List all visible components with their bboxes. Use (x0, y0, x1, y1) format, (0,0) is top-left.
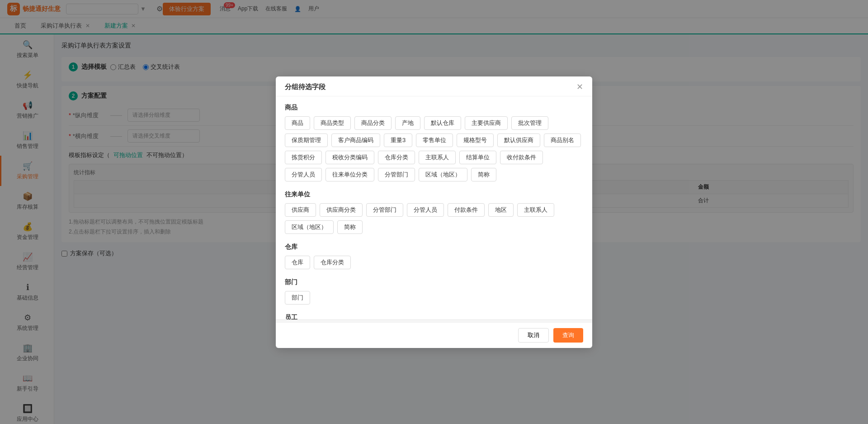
field-tag[interactable]: 往来单位分类 (326, 168, 374, 181)
field-tag[interactable]: 主联系人 (419, 151, 456, 164)
field-tag[interactable]: 默认供应商 (497, 133, 540, 147)
field-tag[interactable]: 规格型号 (457, 133, 494, 147)
modal-cancel-button[interactable]: 取消 (518, 328, 549, 343)
modal-footer: 取消 查询 (276, 322, 592, 348)
field-tag[interactable]: 仓库分类 (314, 256, 351, 269)
field-group-partner: 往来单位 供应商 供应商分类 分管部门 分管人员 付款条件 地区 主联系人 区域… (285, 191, 583, 234)
field-tag[interactable]: 商品 (285, 116, 310, 130)
field-tag[interactable]: 仓库分类 (378, 151, 415, 164)
field-tag[interactable]: 拣货积分 (285, 151, 322, 164)
field-tag[interactable]: 付款条件 (448, 203, 485, 217)
field-tag[interactable]: 结算单位 (459, 151, 496, 164)
field-tag[interactable]: 分管部门 (378, 168, 415, 181)
field-group-department: 部门 部门 (285, 278, 583, 305)
field-tag[interactable]: 简称 (337, 220, 363, 234)
field-tag[interactable]: 主要供应商 (465, 116, 508, 130)
field-tag[interactable]: 主联系人 (517, 203, 554, 217)
field-tag[interactable]: 地区 (488, 203, 514, 217)
field-tag[interactable]: 商品类型 (314, 116, 351, 130)
field-tag[interactable]: 重量3 (384, 133, 412, 147)
field-tag[interactable]: 客户商品编码 (331, 133, 380, 147)
field-tag[interactable]: 商品别名 (544, 133, 581, 147)
field-tag[interactable]: 分管部门 (366, 203, 403, 217)
modal-header: 分组待选字段 ✕ (276, 76, 592, 96)
field-group-partner-title: 往来单位 (285, 191, 583, 199)
field-group-warehouse: 仓库 仓库 仓库分类 (285, 243, 583, 269)
modal-overlay: 分组待选字段 ✕ 商品 商品 商品类型 商品分类 产地 默认仓库 主要供应商 批… (0, 0, 868, 424)
goods-tags: 商品 商品类型 商品分类 产地 默认仓库 主要供应商 批次管理 保质期管理 客户… (285, 116, 583, 181)
field-group-goods: 商品 商品 商品类型 商品分类 产地 默认仓库 主要供应商 批次管理 保质期管理… (285, 104, 583, 181)
field-tag[interactable]: 供应商分类 (320, 203, 363, 217)
field-group-employee-title: 员工 (285, 314, 583, 319)
warehouse-tags: 仓库 仓库分类 (285, 256, 583, 269)
field-tag[interactable]: 简称 (471, 168, 496, 181)
field-tag[interactable]: 区域（地区） (285, 220, 334, 234)
field-tag[interactable]: 税收分类编码 (326, 151, 374, 164)
modal: 分组待选字段 ✕ 商品 商品 商品类型 商品分类 产地 默认仓库 主要供应商 批… (276, 76, 592, 348)
field-tag[interactable]: 分管人员 (285, 168, 322, 181)
modal-close-button[interactable]: ✕ (576, 83, 583, 91)
field-group-employee: 员工 业务员 (285, 314, 583, 319)
modal-body: 商品 商品 商品类型 商品分类 产地 默认仓库 主要供应商 批次管理 保质期管理… (276, 96, 592, 319)
field-tag[interactable]: 保质期管理 (285, 133, 328, 147)
field-tag[interactable]: 收付款条件 (500, 151, 543, 164)
department-tags: 部门 (285, 291, 583, 305)
field-tag[interactable]: 批次管理 (511, 116, 548, 130)
modal-title: 分组待选字段 (285, 83, 326, 91)
field-tag[interactable]: 供应商 (285, 203, 316, 217)
field-tag[interactable]: 零售单位 (416, 133, 453, 147)
field-tag[interactable]: 分管人员 (407, 203, 444, 217)
field-tag[interactable]: 默认仓库 (424, 116, 461, 130)
modal-confirm-button[interactable]: 查询 (553, 328, 583, 343)
field-tag[interactable]: 区域（地区） (419, 168, 467, 181)
field-group-warehouse-title: 仓库 (285, 243, 583, 251)
field-group-goods-title: 商品 (285, 104, 583, 112)
field-tag[interactable]: 产地 (395, 116, 420, 130)
field-group-department-title: 部门 (285, 278, 583, 286)
field-tag[interactable]: 商品分类 (354, 116, 392, 130)
field-tag[interactable]: 仓库 (285, 256, 310, 269)
partner-tags: 供应商 供应商分类 分管部门 分管人员 付款条件 地区 主联系人 区域（地区） … (285, 203, 583, 234)
field-tag[interactable]: 部门 (285, 291, 310, 305)
